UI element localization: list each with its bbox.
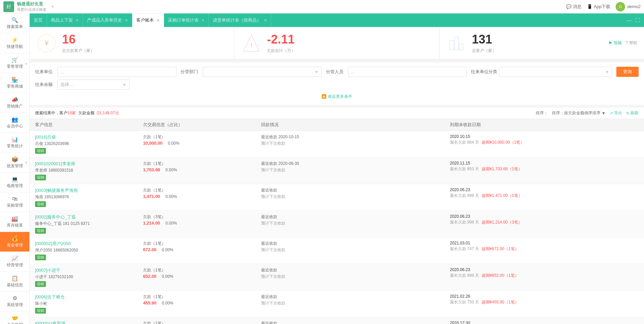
purchase-icon: 🛍	[1, 196, 28, 202]
customer-name-000001[interactable]: [000001]黄思源	[35, 321, 143, 324]
sort-chevron-icon: ▼	[601, 111, 606, 116]
unit-category-select[interactable]: ▼	[499, 67, 612, 77]
table-row: [0001020001]李老师 李老师 18600391516 现销 欠款（1笔…	[30, 157, 644, 184]
balance-select[interactable]: 选择... ▼	[57, 80, 130, 90]
sidebar: 🔍 搜索菜单 ⚡ 快捷导航 🛒 零售管理 ▲ 🏪 零售商城 📣 营销推广 👥 会…	[0, 13, 30, 324]
refresh-button[interactable]: ↻ 刷新	[626, 110, 639, 116]
sidebar-item-search[interactable]: 🔍 搜索菜单	[0, 13, 29, 33]
customer-name-0003[interactable]: [0003]畅捷服务尹海燕	[35, 187, 143, 194]
sidebar-item-quick-nav[interactable]: ⚡ 快捷导航	[0, 33, 29, 53]
tab-customer-account[interactable]: 客户账本 ✕	[132, 13, 164, 27]
sidebar-label-search: 搜索菜单	[1, 24, 28, 30]
stat-icon: 📊	[1, 136, 28, 143]
customer-name-0002[interactable]: [0002]服务中心_丁磊	[35, 214, 143, 220]
view-btn[interactable]: ▶ 视频	[609, 40, 622, 46]
customer-phone-000002: 用户2050 18665062050	[35, 247, 143, 253]
sidebar-item-inventory[interactable]: 🏭 库存核算	[0, 212, 29, 232]
search-button[interactable]: 查询	[616, 67, 639, 77]
help-btn[interactable]: ? 帮助	[626, 40, 637, 46]
tab-close-purchase-stat[interactable]: ✕	[201, 18, 204, 23]
stat-controls: ▶ 视频 ? 帮助	[609, 40, 637, 46]
sidebar-label-retail-stat: 零售统计	[1, 143, 28, 149]
tab-purchase-by-product[interactable]: 进货单统计表（按商品） ✕	[209, 13, 271, 27]
svg-text:!: !	[251, 42, 252, 48]
balance-label: 往来余额	[35, 82, 55, 88]
customer-name-0016[interactable]: [0016]吕俊	[35, 134, 143, 140]
tab-bar: 首页 商品上下架 ✕ 产成品入库单历史 ✕ 客户账本 ✕ 采购订单统计表 ✕	[30, 13, 644, 27]
sidebar-item-retail-mall[interactable]: 🏪 零售商城	[0, 73, 29, 93]
filter-from-unit: 往来单位 ...	[35, 67, 176, 77]
sort-button[interactable]: 排序：按欠款金额倒序排序 ▼	[552, 110, 606, 116]
marketing-icon: 📣	[1, 96, 28, 103]
sidebar-item-marketing[interactable]: 📣 营销推广	[0, 93, 29, 113]
from-unit-input[interactable]: ...	[57, 67, 176, 77]
sidebar-item-operations[interactable]: 📈 经营管理	[0, 252, 29, 272]
sidebar-label-retail: 零售管理	[1, 64, 28, 69]
due-cell-0003: 2020.06.23 最长欠款 998 天 超期¥1,471.00（1笔）	[450, 187, 639, 199]
tab-product-status[interactable]: 商品上下架 ✕	[47, 13, 83, 27]
collapse-filters-row[interactable]: 🔼 收起更多条件	[35, 92, 639, 101]
sidebar-item-enterprise[interactable]: 🤝 企业协同	[0, 312, 29, 324]
customer-cell-0003: [0003]畅捷服务尹海燕 海燕 18513066976 现销	[35, 187, 143, 207]
col-customer-info: 客户信息	[35, 122, 143, 128]
col-debt-info: 欠交易信息（占比）	[143, 122, 261, 128]
customer-name-000002[interactable]: [000002]用户2050	[35, 241, 143, 247]
avatar: D	[616, 2, 625, 11]
table-row: [0016]吕俊 吕俊 13026203696 现销 欠款（1笔） 10,000…	[30, 131, 644, 157]
debt-cell-0016: 欠款（1笔） 10,000.00 0.00%	[143, 134, 261, 146]
dropdown-icon[interactable]: ▼	[51, 4, 55, 9]
app-subtitle: 母婴行业演示账套	[17, 7, 47, 12]
customer-name-0007[interactable]: [0007]小进干	[35, 267, 143, 273]
sidebar-item-batch-mgmt[interactable]: 📦 批发管理 ▼	[0, 153, 29, 173]
sidebar-item-retail-stat[interactable]: 📊 零售统计	[0, 133, 29, 153]
due-cell-0016: 2020.10.15 最长欠款 884 天 超期¥10,000.00（1笔）	[450, 134, 639, 145]
sidebar-label-purchase: 采购管理	[1, 203, 28, 208]
search-icon: 🔍	[1, 17, 28, 23]
filter-manager: 分管人员 ...	[326, 67, 467, 77]
manager-input[interactable]: ...	[348, 67, 467, 77]
tab-purchase-stat[interactable]: 采购订单统计表 ✕	[164, 13, 209, 27]
return-cell-0002: 最近收款 预计下次收款	[261, 214, 450, 226]
sidebar-item-purchase[interactable]: 🛍 采购管理	[0, 193, 29, 212]
tab-minimize-btn[interactable]: —	[625, 17, 633, 24]
top-header: 好 畅捷通好生意 母婴行业演示账套 ▼ 💬 消息 📱 App下载 D demo2	[0, 0, 644, 13]
stat-total-info: 131 总客户（家）	[472, 32, 496, 54]
tab-product-history[interactable]: 产成品入库单历史 ✕	[83, 13, 132, 27]
tab-purchase-stat-label: 采购订单统计表	[168, 17, 199, 23]
customer-name-0006[interactable]: [0006]去下粮仓	[35, 294, 143, 300]
sidebar-item-retail-mgmt[interactable]: 🛒 零售管理 ▲	[0, 53, 29, 73]
chevron-retail-icon: ▲	[25, 61, 28, 65]
sidebar-item-finance[interactable]: 💰 资金管理	[0, 232, 29, 252]
sidebar-item-ecom[interactable]: 💻 电商管理	[0, 173, 29, 193]
tab-maximize-btn[interactable]: ⛶	[634, 17, 641, 24]
tab-close-product-history[interactable]: ✕	[125, 18, 128, 23]
sidebar-label-marketing: 营销推广	[1, 104, 28, 109]
stat-total-customers-label: 总客户（家）	[472, 48, 496, 54]
sidebar-label-mall: 零售商城	[1, 84, 28, 89]
header-right: 💬 消息 📱 App下载 D demo2	[566, 2, 641, 11]
stat-total-customers: 131 总客户（家） ▶ 视频 ? 帮助	[440, 27, 644, 59]
tab-close-purchase-by-product[interactable]: ✕	[264, 18, 267, 23]
sidebar-item-member[interactable]: 👥 会员中心	[0, 113, 29, 133]
export-button[interactable]: ↗ 导出	[610, 110, 622, 116]
debt-total: -21,148.07元	[95, 111, 119, 115]
sidebar-label-sys: 系统管理	[1, 302, 28, 308]
sidebar-item-sys-mgmt[interactable]: ⚙ 系统管理	[0, 292, 29, 312]
tab-close-product-status[interactable]: ✕	[76, 18, 79, 23]
customer-name-0001[interactable]: [0001020001]李老师	[35, 161, 143, 167]
filter-balance: 往来余额 选择... ▼	[35, 80, 130, 90]
sidebar-item-basic-info[interactable]: 📋 基础信息	[0, 272, 29, 292]
dept-select[interactable]: ▼	[203, 67, 322, 77]
tab-close-customer-account[interactable]: ✕	[157, 18, 160, 23]
tab-home-label: 首页	[34, 17, 43, 23]
tab-home[interactable]: 首页	[30, 13, 47, 27]
tag-0002: 现销	[35, 228, 46, 234]
app-download-btn[interactable]: 📱 App下载	[587, 4, 610, 10]
member-icon: 👥	[1, 116, 28, 123]
user-avatar[interactable]: D demo2	[616, 2, 641, 11]
message-btn[interactable]: 💬 消息	[566, 4, 582, 10]
unit-category-label: 往来单位分类	[471, 69, 497, 75]
debt-cell-0006: 欠款（1笔） 455.90 0.00%	[143, 294, 261, 305]
sidebar-label-operations: 经营管理	[1, 262, 28, 268]
balance-chevron-icon: ▼	[122, 82, 127, 87]
